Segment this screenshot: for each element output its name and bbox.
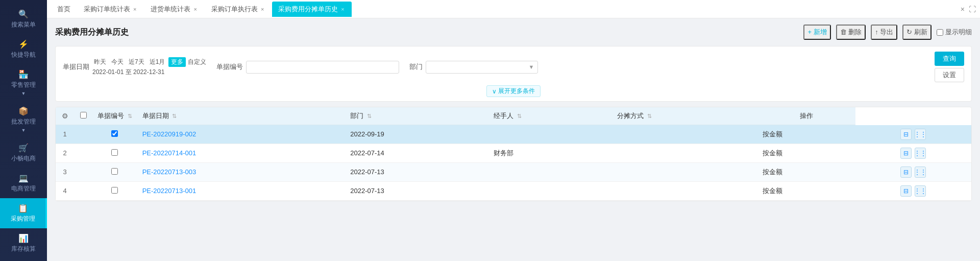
bill-no-filter-field: 单据编号 bbox=[216, 61, 399, 74]
chevron-down-icon: ▼ bbox=[21, 91, 26, 96]
main-area: 首页 采购订单统计表 × 进货单统计表 × 采购订单执行表 × 采购费用分摊单历… bbox=[47, 0, 980, 261]
col-bill-no-header[interactable]: 单据编号 ⇅ bbox=[92, 107, 137, 125]
sidebar-item-label: 采购管理 bbox=[11, 215, 35, 223]
sidebar-item-purchase[interactable]: 📋 采购管理 bbox=[0, 198, 47, 228]
row-bill-date-0: 2022-09-19 bbox=[345, 125, 488, 144]
window-maximize-icon[interactable]: ⛶ bbox=[969, 5, 976, 13]
expand-row: ∨ 展开更多条件 bbox=[63, 85, 964, 97]
row-checkbox-1[interactable] bbox=[111, 149, 118, 156]
date-today[interactable]: 今天 bbox=[110, 57, 125, 67]
delete-button[interactable]: 🗑 删除 bbox=[836, 25, 866, 40]
tab-purchase-order-stats[interactable]: 采购订单统计表 × bbox=[78, 2, 143, 17]
row-view-btn-1[interactable]: ⊟ bbox=[900, 148, 912, 159]
tab-purchase-cost-history[interactable]: 采购费用分摊单历史 × bbox=[272, 2, 351, 17]
sort-icon: ⇅ bbox=[647, 113, 652, 119]
row-edit-btn-2[interactable]: ⋮⋮ bbox=[915, 167, 926, 178]
bill-no-link-1[interactable]: PE-20220714-001 bbox=[142, 149, 197, 157]
dept-select[interactable]: 财务部 bbox=[426, 61, 538, 74]
tab-purchase-exec[interactable]: 采购订单执行表 × bbox=[205, 2, 271, 17]
col-dept-header[interactable]: 部门 ⇅ bbox=[345, 107, 488, 125]
row-checkbox-2[interactable] bbox=[111, 168, 118, 175]
row-actions-3: ⊟ ⋮⋮ bbox=[855, 181, 971, 200]
filter-row: 单据日期 昨天 今天 近7天 近1月 更多 自定义 2022-01-01 至 2… bbox=[63, 52, 964, 82]
new-button[interactable]: + 新增 bbox=[803, 25, 830, 40]
row-bill-no-1: PE-20220714-001 bbox=[137, 144, 346, 162]
tab-home[interactable]: 首页 bbox=[51, 2, 77, 17]
search-icon: 🔍 bbox=[18, 9, 29, 19]
chevron-down-icon: ∨ bbox=[492, 88, 497, 95]
bill-no-label: 单据编号 bbox=[216, 62, 243, 72]
col-settings-header[interactable]: ⚙ bbox=[56, 107, 74, 125]
tab-purchase-order-stats-close[interactable]: × bbox=[132, 6, 137, 12]
chevron-down-icon: ▼ bbox=[21, 128, 26, 133]
sidebar-item-ecom-small[interactable]: 🛒 小畅电商 bbox=[0, 138, 47, 168]
tab-inbound-stats[interactable]: 进货单统计表 × bbox=[144, 2, 204, 17]
date-filter-label: 单据日期 bbox=[63, 62, 89, 72]
tab-purchase-cost-history-close[interactable]: × bbox=[340, 6, 345, 12]
sidebar-item-label: 零售管理 bbox=[11, 81, 36, 89]
row-view-btn-0[interactable]: ⊟ bbox=[900, 129, 912, 140]
row-num-2: 3 bbox=[56, 162, 74, 181]
tab-inbound-stats-close[interactable]: × bbox=[192, 6, 198, 12]
search-button[interactable]: 查询 bbox=[935, 52, 964, 66]
row-dept-1: 财务部 bbox=[488, 144, 612, 162]
sidebar-item-retail[interactable]: 🏪 零售管理 ▼ bbox=[0, 64, 47, 101]
row-edit-btn-3[interactable]: ⋮⋮ bbox=[915, 185, 926, 197]
row-view-btn-2[interactable]: ⊟ bbox=[900, 167, 912, 178]
row-split-method-2: 按金额 bbox=[757, 162, 855, 181]
filter-settings-button[interactable]: 设置 bbox=[935, 68, 964, 82]
content-area: 采购费用分摊单历史 + 新增 🗑 删除 ↑ 导出 ↻ 刷新 显示明细 单据日期 bbox=[47, 18, 980, 261]
row-checkbox-cell-0[interactable] bbox=[92, 125, 137, 144]
row-checkbox-0[interactable] bbox=[111, 130, 118, 137]
sidebar-item-wholesale[interactable]: 📦 批发管理 ▼ bbox=[0, 101, 47, 138]
row-bill-date-3: 2022-07-13 bbox=[345, 181, 488, 200]
row-checkbox-cell-1[interactable] bbox=[92, 144, 137, 162]
tab-purchase-exec-close[interactable]: × bbox=[260, 6, 265, 12]
select-all-checkbox[interactable] bbox=[80, 112, 87, 118]
row-edit-btn-1[interactable]: ⋮⋮ bbox=[915, 148, 926, 159]
filter-action-btns: 查询 设置 bbox=[935, 52, 964, 82]
row-split-method-3: 按金额 bbox=[757, 181, 855, 200]
window-close-icon[interactable]: × bbox=[961, 5, 965, 13]
gear-icon: ⚙ bbox=[62, 112, 68, 120]
dept-label: 部门 bbox=[409, 62, 423, 72]
bill-no-link-3[interactable]: PE-20220713-001 bbox=[142, 187, 197, 195]
date-yesterday[interactable]: 昨天 bbox=[92, 57, 108, 67]
row-split-method-1: 按金额 bbox=[757, 144, 855, 162]
date-more[interactable]: 更多 bbox=[168, 57, 186, 67]
sidebar-item-inventory[interactable]: 📊 库存核算 bbox=[0, 228, 47, 258]
row-checkbox-cell-3[interactable] bbox=[92, 181, 137, 200]
show-cols-toggle[interactable]: 显示明细 bbox=[937, 28, 972, 37]
tab-purchase-cost-history-label: 采购费用分摊单历史 bbox=[278, 5, 338, 14]
row-checkbox-3[interactable] bbox=[111, 187, 118, 194]
col-split-method-header[interactable]: 分摊方式 ⇅ bbox=[612, 107, 757, 125]
bill-no-input[interactable] bbox=[246, 61, 399, 74]
row-edit-btn-0[interactable]: ⋮⋮ bbox=[915, 129, 926, 140]
sidebar-item-search[interactable]: 🔍 搜索菜单 bbox=[0, 4, 47, 34]
sidebar-item-nav[interactable]: ⚡ 快捷导航 bbox=[0, 34, 47, 64]
bill-no-link-2[interactable]: PE-20220713-003 bbox=[142, 168, 197, 176]
show-cols-checkbox[interactable] bbox=[937, 29, 943, 36]
col-bill-date-header[interactable]: 单据日期 ⇅ bbox=[137, 107, 346, 125]
bill-no-link-0[interactable]: PE-20220919-002 bbox=[142, 130, 197, 138]
refresh-button[interactable]: ↻ 刷新 bbox=[902, 25, 932, 40]
sidebar-item-finance[interactable]: 💰 资金管理 bbox=[0, 258, 47, 261]
sidebar-item-label: 搜索菜单 bbox=[11, 20, 36, 29]
sidebar-item-ecom[interactable]: 💻 电商管理 bbox=[0, 168, 47, 198]
row-actions-2: ⊟ ⋮⋮ bbox=[855, 162, 971, 181]
row-handler-2 bbox=[612, 162, 757, 181]
row-checkbox-cell-2[interactable] bbox=[92, 162, 137, 181]
expand-more-btn[interactable]: ∨ 展开更多条件 bbox=[486, 85, 541, 97]
row-bill-no-2: PE-20220713-003 bbox=[137, 162, 346, 181]
col-checkbox-header[interactable] bbox=[74, 107, 92, 125]
date-custom[interactable]: 自定义 bbox=[188, 58, 206, 66]
col-handler-header[interactable]: 经手人 ⇅ bbox=[488, 107, 612, 125]
sidebar-item-label: 电商管理 bbox=[11, 184, 36, 193]
date-1month[interactable]: 近1月 bbox=[148, 57, 167, 67]
date-7days[interactable]: 近7天 bbox=[127, 57, 146, 67]
date-range-display[interactable]: 2022-01-01 至 2022-12-31 bbox=[92, 68, 206, 77]
row-view-btn-3[interactable]: ⊟ bbox=[900, 185, 912, 197]
export-button[interactable]: ↑ 导出 bbox=[871, 25, 897, 40]
tab-inbound-stats-label: 进货单统计表 bbox=[151, 5, 190, 14]
inventory-icon: 📊 bbox=[18, 233, 29, 243]
